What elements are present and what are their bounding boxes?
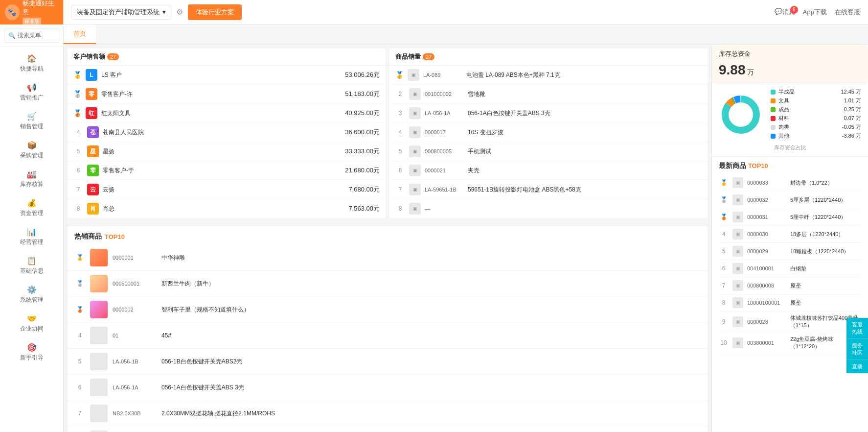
- rank-number: 7: [73, 186, 83, 193]
- product-code: 0000021: [425, 168, 464, 173]
- message-badge[interactable]: 💬 消息 6: [775, 8, 795, 17]
- community-btn[interactable]: 服务社区: [846, 339, 868, 360]
- rank-number: 6: [395, 167, 405, 174]
- collaboration-icon: 🤝: [27, 314, 37, 323]
- list-item: 🥈 000500001 新西兰牛肉（新牛）: [68, 271, 708, 297]
- table-row: 7 ▣ LA-59651-1B 59651-1B旋转投影灯电池盒 ABS黑色+5…: [389, 180, 708, 199]
- table-row: 🥈 零 零售客户-许 51,183.00元: [68, 85, 386, 104]
- product-thumbnail: ▣: [732, 246, 743, 257]
- sidebar-item-marketing[interactable]: 📢 营销推广: [0, 78, 63, 107]
- sidebar-item-label: 资金管理: [20, 209, 44, 217]
- product-thumbnail: ▣: [732, 316, 743, 327]
- new-products-section: 最新商品 TOP10 🥇 ▣ 0000033 封边带（1.0*22） 🥈 ▣ 0…: [712, 157, 868, 359]
- rank-number: 4: [719, 231, 729, 238]
- trial-button[interactable]: 体验行业方案: [188, 4, 242, 20]
- product-thumbnail: [90, 249, 108, 266]
- top10-badge: TOP10: [105, 233, 125, 240]
- customer-service-btn[interactable]: 客服热线: [846, 318, 868, 339]
- sidebar-logo: 🐾 畅捷通好生意 标准版: [0, 0, 63, 24]
- legend-label: 半成品: [778, 88, 795, 96]
- list-item: 5 ▣ 0000029 18颗粒板（1220*2440）: [719, 243, 861, 260]
- sales-icon: 🛒: [27, 112, 37, 121]
- product-name: 18颗粒板（1220*2440）: [790, 248, 861, 255]
- product-thumbnail: [90, 379, 108, 396]
- customer-amount: 7,563.00元: [348, 204, 380, 213]
- sidebar-item-operations[interactable]: 📊 经营管理: [0, 222, 63, 251]
- product-name: 5厘多层（1220*2440）: [790, 196, 861, 204]
- tab-home[interactable]: 首页: [64, 24, 96, 44]
- app-download-link[interactable]: App下载: [803, 8, 827, 17]
- product-name: 10S 变扭罗浚: [468, 128, 702, 137]
- legend-value: 0.07 万: [844, 115, 861, 122]
- product-name: 056-1B白色按键开关壳ABS2壳: [161, 358, 701, 366]
- product-thumbnail: ▣: [732, 212, 743, 222]
- avatar: 零: [86, 88, 97, 100]
- sidebar-item-collaboration[interactable]: 🤝 企业协同: [0, 309, 63, 338]
- customer-name: LS 客户: [101, 71, 341, 79]
- product-code: LA-089: [423, 72, 462, 78]
- sidebar-item-label: 新手引导: [20, 354, 44, 362]
- rank-number: 2: [395, 91, 405, 97]
- customer-amount: 21,680.00元: [345, 166, 380, 175]
- rank-number: 7: [74, 410, 85, 417]
- sidebar-item-label: 经营管理: [20, 238, 44, 246]
- settings-icon[interactable]: ⚙: [176, 7, 183, 17]
- logo-icon: 🐾: [5, 4, 20, 20]
- sidebar-item-purchase[interactable]: 📦 采购管理: [0, 136, 63, 165]
- medal-icon: 🥉: [74, 306, 85, 313]
- inventory-chart-section: 半成品 12.45 万 文具 1.01 万 成品 0.25 万: [712, 83, 868, 157]
- system-selector[interactable]: 装备及固定资产辅助管理系统 ▾: [71, 5, 171, 20]
- list-item: 4 01 45#: [68, 323, 708, 349]
- product-code: 000800005: [425, 148, 464, 154]
- list-item: 🥇 0000001 中华神雕: [68, 245, 708, 271]
- sidebar-item-inventory[interactable]: 🏭 库存核算: [0, 165, 63, 193]
- product-ranking-list: 🥇 ▣ LA-089 电池盖 LA-089 ABS本色+黑种 7.1克 2 ▣ …: [389, 66, 708, 218]
- customer-name: 零售客户-于: [103, 167, 341, 175]
- rank-number: 5: [74, 358, 85, 365]
- product-code: 003800001: [747, 340, 786, 346]
- product-name: 2.0X30MM双搓花轴,搓花直径2.1MM/ROHS: [161, 409, 701, 418]
- avatar: 星: [87, 145, 99, 157]
- table-row: 🥇 L LS 客户 53,006.26元: [68, 66, 386, 85]
- hot-products-title: 热销商品 TOP10: [68, 226, 708, 245]
- product-thumbnail: ▣: [409, 184, 421, 195]
- search-menu-button[interactable]: 🔍 搜索菜单: [4, 28, 59, 43]
- sidebar-search[interactable]: 🔍 搜索菜单: [0, 24, 63, 47]
- sidebar-item-home[interactable]: 🏠 快捷导航: [0, 49, 63, 78]
- top-rankings: 客户销售额 27 🥇 L LS 客户 53,006.26元: [68, 48, 708, 218]
- inventory-total-section: 库存总资金 9.88 万: [712, 45, 868, 83]
- product-code: 10000100001: [747, 300, 786, 306]
- product-thumbnail: ▣: [732, 280, 743, 291]
- product-name: 45#: [161, 332, 701, 339]
- sidebar-item-basic-info[interactable]: 📋 基础信息: [0, 251, 63, 280]
- customer-name: 星扬: [103, 147, 341, 156]
- list-item: 🥈 ▣ 0000032 5厘多层（1220*2440）: [719, 192, 861, 209]
- sidebar-item-system[interactable]: ⚙️ 系统管理: [0, 280, 63, 309]
- product-thumbnail: ▣: [732, 229, 743, 240]
- sidebar-item-guide[interactable]: 🎯 新手引导: [0, 338, 63, 367]
- live-btn[interactable]: 直播: [846, 360, 868, 373]
- sidebar-item-finance[interactable]: 💰 资金管理: [0, 193, 63, 222]
- online-service-link[interactable]: 在线客服: [835, 8, 860, 17]
- rank-number: 9: [719, 318, 729, 325]
- product-ranking-title: 商品销量: [395, 52, 421, 61]
- product-thumbnail: ▣: [732, 337, 743, 348]
- float-buttons: 客服热线 服务社区 直播: [846, 318, 868, 373]
- list-item: 10 ▣ 003800001 22g鱼豆腐-烧烤味（1*12*20）: [719, 333, 861, 354]
- list-item: 🥇 ▣ 0000033 封边带（1.0*22）: [719, 174, 861, 192]
- product-thumbnail: [90, 327, 108, 344]
- legend-color: [771, 107, 776, 112]
- legend-value: 1.01 万: [844, 97, 861, 104]
- medal-icon: 🥉: [719, 214, 729, 220]
- legend-color: [771, 125, 776, 130]
- customer-name: 零售客户-许: [101, 90, 341, 98]
- system-icon: ⚙️: [27, 285, 37, 294]
- sidebar-item-sales[interactable]: 🛒 销售管理: [0, 107, 63, 136]
- finance-icon: 💰: [27, 198, 37, 208]
- legend-value: 0.25 万: [844, 106, 861, 113]
- table-row: 8 肖 肖总 7,563.00元: [68, 199, 386, 218]
- table-row: 6 ▣ 0000021 夹壳: [389, 161, 708, 180]
- legend-item: 材料 0.07 万: [771, 115, 861, 122]
- table-row: 8 ▣ —: [389, 199, 708, 218]
- table-row: 4 ▣ 0000017 10S 变扭罗浚: [389, 123, 708, 142]
